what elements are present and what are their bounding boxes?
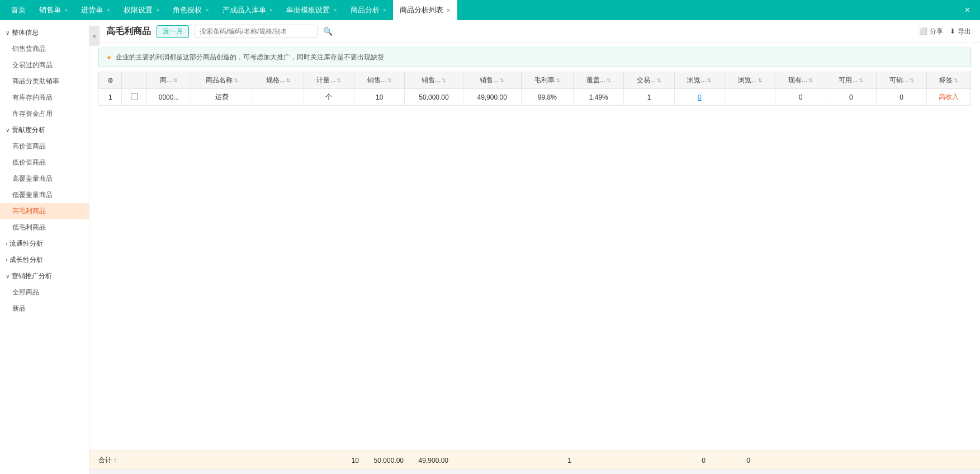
col-header-销售...[interactable]: 销售...⇅ [463,72,521,89]
row-browse1[interactable]: 0 [674,89,725,106]
nav-item-单据模板设置[interactable]: 单据模板设置× [280,0,343,20]
sidebar-item-低毛利商品[interactable]: 低毛利商品 [0,219,89,236]
row-sales3: 49,900.00 [463,89,521,106]
export-button[interactable]: ⬇ 导出 [950,27,971,36]
sort-icon: ⇅ [808,78,813,83]
top-nav: 首页销售单×进货单×权限设置×角色授权×产成品入库单×单据模板设置×商品分析×商… [0,0,980,20]
col-header-浏览...[interactable]: 浏览...⇅ [674,72,725,89]
nav-close-icon[interactable]: × [64,7,68,13]
col-header-毛利率[interactable]: 毛利率⇅ [521,72,573,89]
table-footer: 合计： 10 50,000.00 49,900.00 1 0 0 [89,450,980,470]
col-header-销售...[interactable]: 销售...⇅ [405,72,463,89]
col-header-浏览...[interactable]: 浏览...⇅ [725,72,775,89]
col-header- [122,72,146,89]
col-header-⚙: ⚙ [99,72,122,89]
nav-close-icon[interactable]: × [106,7,110,13]
nav-close-icon[interactable]: × [205,7,209,13]
nav-item-角色授权[interactable]: 角色授权× [166,0,215,20]
col-header-现有...[interactable]: 现有...⇅ [775,72,826,89]
sort-icon: ⇅ [556,78,560,83]
nav-item-销售单[interactable]: 销售单× [32,0,74,20]
footer-sales2: 50,000.00 [363,457,408,464]
info-icon: ✦ [106,53,112,62]
sidebar-group-贡献度分析[interactable]: ∨贡献度分析 [0,122,89,138]
sidebar-item-销售货商品[interactable]: 销售货商品 [0,41,89,57]
sort-icon: ⇅ [859,78,863,83]
page-title: 高毛利商品 [106,26,151,37]
group-arrow-icon: › [6,257,7,263]
row-browse2 [725,89,775,106]
window-close-button[interactable]: × [959,5,976,15]
sidebar-collapse-button[interactable]: « [89,26,100,46]
nav-item-商品分析[interactable]: 商品分析× [344,0,393,20]
sort-icon: ⇅ [607,78,611,83]
sidebar-group-整体信息[interactable]: ∨整体信息 [0,25,89,41]
sidebar-item-新品[interactable]: 新品 [0,301,89,317]
content-header: 高毛利商品 近一月 🔍 ⬜ 分享 ⬇ 导出 [89,20,980,43]
nav-item-商品分析列表[interactable]: 商品分析列表× [393,0,457,20]
sort-icon: ⇅ [442,78,446,83]
col-header-覆盖...[interactable]: 覆盖...⇅ [574,72,624,89]
nav-item-首页[interactable]: 首页 [4,0,32,20]
sort-icon: ⇅ [500,78,504,83]
nav-item-产成品入库单[interactable]: 产成品入库单× [216,0,280,20]
filter-recent-button[interactable]: 近一月 [157,25,189,38]
sidebar-group-成长性分析[interactable]: ›成长性分析 [0,252,89,268]
col-header-可用...[interactable]: 可用...⇅ [826,72,876,89]
sidebar-item-高覆盖量商品[interactable]: 高覆盖量商品 [0,171,89,187]
sort-icon: ⇅ [173,78,178,83]
search-input[interactable] [195,25,318,38]
row-code: 0000... [146,89,191,106]
table-row: 10000...运费个1050,000.0049,900.0099.8%1.49… [99,89,971,106]
share-button[interactable]: ⬜ 分享 [919,27,943,36]
footer-sales3: 49,900.00 [408,457,453,464]
row-tag: 高收入 [927,89,971,106]
sidebar-group-流通性分析[interactable]: ›流通性分析 [0,236,89,252]
data-table: ⚙商...⇅商品名称⇅规格...⇅计量...⇅销售...⇅销售...⇅销售...… [98,72,971,106]
col-header-计量...[interactable]: 计量...⇅ [304,72,354,89]
sidebar-item-低价值商品[interactable]: 低价值商品 [0,154,89,171]
col-header-可销...[interactable]: 可销...⇅ [877,72,927,89]
row-gross-margin: 99.8% [521,89,573,106]
sort-icon: ⇅ [758,78,763,83]
nav-item-进货单[interactable]: 进货单× [74,0,116,20]
nav-item-权限设置[interactable]: 权限设置× [117,0,166,20]
sidebar-item-商品分类助销率[interactable]: 商品分类助销率 [0,73,89,90]
sidebar-item-有库存的商品[interactable]: 有库存的商品 [0,90,89,106]
footer-label: 合计： [98,456,119,465]
nav-close-icon[interactable]: × [333,7,337,13]
bottom-scrollbar[interactable] [89,470,980,474]
col-header-标签[interactable]: 标签⇅ [927,72,971,89]
sidebar-item-低覆盖量商品[interactable]: 低覆盖量商品 [0,187,89,203]
nav-close-icon[interactable]: × [156,7,159,13]
sort-icon: ⇅ [387,78,392,83]
sidebar-item-高价值商品[interactable]: 高价值商品 [0,138,89,154]
nav-close-icon[interactable]: × [269,7,273,13]
search-button[interactable]: 🔍 [323,27,333,36]
sort-icon: ⇅ [954,78,958,83]
col-header-商品名称[interactable]: 商品名称⇅ [191,72,253,89]
table-container[interactable]: ⚙商...⇅商品名称⇅规格...⇅计量...⇅销售...⇅销售...⇅销售...… [89,72,980,450]
col-header-规格...[interactable]: 规格...⇅ [253,72,304,89]
nav-close-icon[interactable]: × [447,7,450,13]
sidebar-item-库存资金占用[interactable]: 库存资金占用 [0,106,89,122]
sidebar-item-高毛利商品[interactable]: 高毛利商品 [0,203,89,219]
row-checkbox[interactable] [122,89,146,106]
row-available: 0 [826,89,876,106]
nav-close-icon[interactable]: × [383,7,386,13]
col-header-交易...[interactable]: 交易...⇅ [624,72,674,89]
group-arrow-icon: ∨ [6,273,10,279]
header-actions: ⬜ 分享 ⬇ 导出 [919,27,971,36]
sidebar-group-营销推广分析[interactable]: ∨营销推广分析 [0,268,89,284]
col-header-销售...[interactable]: 销售...⇅ [354,72,405,89]
sidebar-item-交易过的商品[interactable]: 交易过的商品 [0,57,89,73]
group-arrow-icon: › [6,241,7,247]
row-checkbox-input[interactable] [131,93,138,100]
row-sales2: 50,000.00 [405,89,463,106]
col-header-商...[interactable]: 商...⇅ [146,72,191,89]
footer-transactions: 1 [531,457,576,464]
sidebar-item-全部商品[interactable]: 全部商品 [0,284,89,301]
sort-icon: ⇅ [234,78,238,83]
sort-icon: ⇅ [910,78,914,83]
row-coverage: 1.49% [574,89,624,106]
